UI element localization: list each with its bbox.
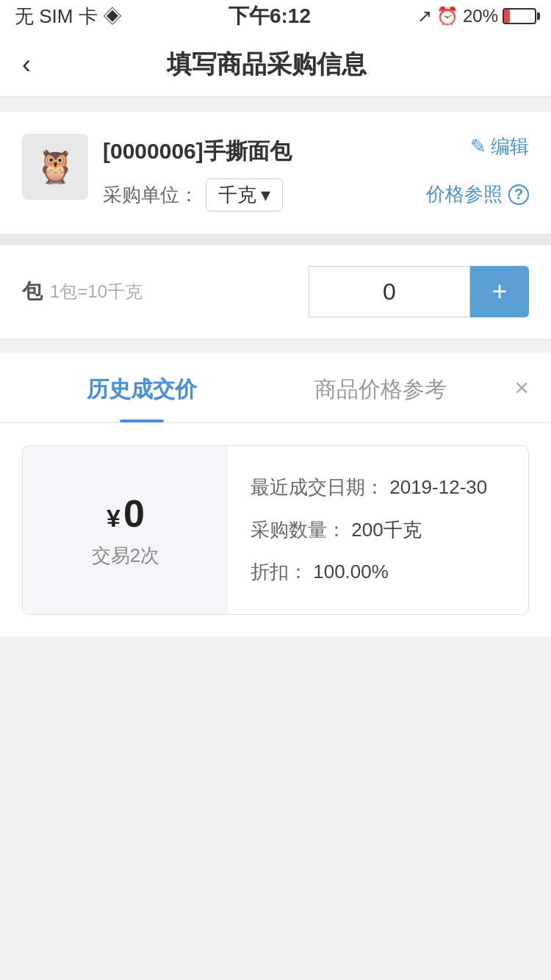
product-header: 🦉 [0000006]手撕面包 采购单位： 千克 ▾ ✎ 编辑 价格参照 — [22, 134, 529, 212]
trade-discount-row: 折扣： 100.00% — [251, 557, 506, 588]
unit-badge: 包 — [22, 278, 43, 306]
status-bar: 无 SIM 卡 ◈ 下午6:12 ↗ ⏰ 20% — [0, 0, 551, 32]
location-icon: ↗ — [417, 6, 432, 26]
trade-card-right: 最近成交日期： 2019-12-30 采购数量： 200千克 折扣： 100.0… — [228, 446, 528, 614]
trade-count: 交易2次 — [92, 543, 159, 569]
tab-historical-price[interactable]: 历史成交价 — [22, 353, 261, 422]
trade-qty-row: 采购数量： 200千克 — [251, 515, 506, 546]
battery-fill — [504, 10, 510, 23]
section-divider — [0, 234, 551, 245]
product-left: 🦉 [0000006]手撕面包 采购单位： 千克 ▾ — [22, 134, 292, 212]
trade-date-label: 最近成交日期： — [251, 476, 384, 498]
panel-separator — [0, 338, 551, 353]
price-ref-button[interactable]: 价格参照 ? — [426, 181, 529, 207]
tab-close-button[interactable]: × — [500, 359, 529, 417]
help-icon: ? — [508, 184, 529, 205]
trade-discount-value: 100.00% — [313, 561, 389, 583]
trade-card-area: ¥ 0 交易2次 最近成交日期： 2019-12-30 采购数量： 200千克 … — [0, 423, 551, 637]
page-title: 填写商品采购信息 — [46, 48, 488, 82]
battery-pct: 20% — [463, 6, 498, 26]
currency-symbol: ¥ — [107, 504, 120, 533]
quantity-row: 包 1包=10千克 0 + — [0, 245, 551, 338]
nav-bar: ‹ 填写商品采购信息 — [0, 32, 551, 97]
unit-conversion: 1包=10千克 — [50, 280, 143, 303]
quantity-input[interactable]: 0 — [309, 266, 470, 317]
tabs-panel: 历史成交价 商品价格参考 × ¥ 0 交易2次 最近成交日期： 2019-12-… — [0, 353, 551, 637]
sim-label: 无 SIM 卡 ◈ — [15, 4, 122, 29]
trade-date-row: 最近成交日期： 2019-12-30 — [251, 472, 506, 503]
product-unit-row: 采购单位： 千克 ▾ — [103, 179, 292, 212]
trade-price-value: 0 — [123, 491, 145, 536]
trade-qty-value: 200千克 — [351, 519, 421, 541]
product-thumbnail: 🦉 — [22, 134, 88, 200]
back-button[interactable]: ‹ — [22, 49, 31, 80]
status-right: ↗ ⏰ 20% — [417, 6, 536, 26]
product-logo-icon: 🦉 — [35, 148, 76, 186]
trade-date-value: 2019-12-30 — [389, 476, 487, 498]
edit-button[interactable]: ✎ 编辑 — [470, 134, 529, 159]
trade-qty-label: 采购数量： — [251, 519, 346, 541]
quantity-label: 包 1包=10千克 — [22, 278, 143, 306]
status-time: 下午6:12 — [228, 2, 311, 30]
quantity-control: 0 + — [309, 266, 529, 317]
product-name: [0000006]手撕面包 — [103, 137, 292, 167]
product-info: [0000006]手撕面包 采购单位： 千克 ▾ — [103, 134, 292, 212]
unit-label: 采购单位： — [103, 182, 198, 208]
status-left: 无 SIM 卡 ◈ — [15, 4, 122, 29]
alarm-icon: ⏰ — [436, 6, 458, 26]
trade-card-left: ¥ 0 交易2次 — [23, 446, 228, 614]
trade-card: ¥ 0 交易2次 最近成交日期： 2019-12-30 采购数量： 200千克 … — [22, 445, 529, 615]
product-card: 🦉 [0000006]手撕面包 采购单位： 千克 ▾ ✎ 编辑 价格参照 — [0, 112, 551, 234]
trade-discount-label: 折扣： — [251, 561, 308, 583]
edit-icon: ✎ — [470, 135, 486, 158]
quantity-plus-button[interactable]: + — [470, 266, 529, 317]
main-content — [0, 637, 551, 980]
product-actions: ✎ 编辑 价格参照 ? — [426, 134, 529, 207]
trade-price: ¥ 0 — [107, 491, 145, 536]
battery-icon — [503, 8, 536, 24]
dropdown-arrow-icon: ▾ — [261, 184, 270, 206]
unit-select-dropdown[interactable]: 千克 ▾ — [206, 179, 283, 212]
tabs-header: 历史成交价 商品价格参考 × — [0, 353, 551, 423]
tab-price-reference[interactable]: 商品价格参考 — [261, 353, 500, 422]
